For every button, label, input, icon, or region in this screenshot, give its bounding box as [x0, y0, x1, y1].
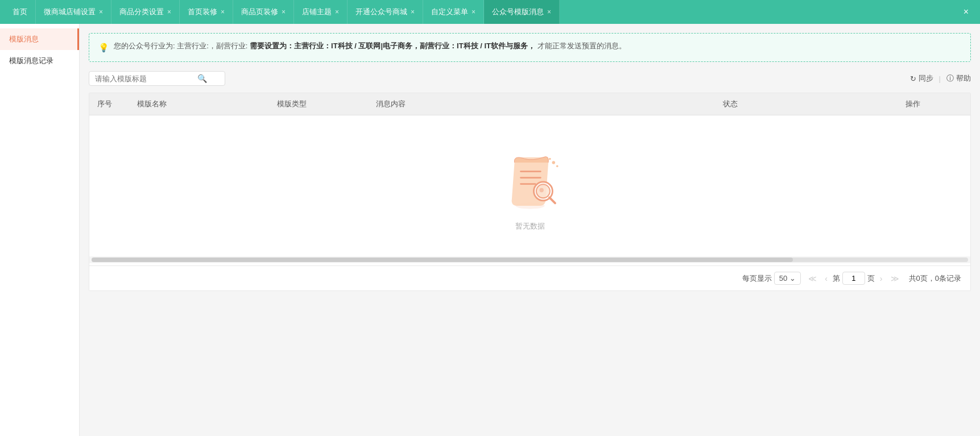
col-header-action: 操作 — [855, 93, 970, 115]
page-navigation: ≪ ‹ 第 页 › ≫ 共0页，0条记录 — [805, 272, 961, 285]
col-header-status: 状态 — [715, 93, 855, 115]
search-input[interactable] — [95, 74, 197, 83]
page-after-label: 页 — [867, 273, 875, 284]
nav-tab-template-msg[interactable]: 公众号模版消息 × — [484, 0, 560, 24]
svg-point-9 — [556, 165, 558, 168]
horizontal-scrollbar[interactable] — [89, 256, 970, 263]
page-size-select: 每页显示 50 ⌄ — [742, 272, 801, 285]
nav-tab-home[interactable]: 首页 — [5, 0, 36, 24]
sidebar: 模版消息 模版消息记录 — [0, 24, 80, 436]
search-icon[interactable]: 🔍 — [197, 74, 207, 83]
bulb-icon: 💡 — [98, 41, 109, 55]
sidebar-item-template-msg-record[interactable]: 模版消息记录 — [0, 50, 79, 72]
col-header-content: 消息内容 — [368, 93, 715, 115]
refresh-icon: ↻ — [910, 74, 916, 83]
alert-banner: 💡 您的公众号行业为: 主营行业:，副营行业: 需要设置为：主营行业：IT科技 … — [89, 33, 971, 62]
nav-tab-product-decor[interactable]: 商品页装修 × — [233, 0, 294, 24]
close-icon[interactable]: × — [99, 8, 103, 16]
nav-tab-store-theme[interactable]: 店铺主题 × — [294, 0, 348, 24]
scrollbar-track — [92, 258, 968, 262]
svg-point-7 — [539, 188, 543, 192]
pagination: 每页显示 50 ⌄ ≪ ‹ 第 页 › ≫ 共0页，0条记录 — [89, 265, 970, 290]
sync-button[interactable]: ↻ 同步 — [910, 73, 933, 84]
col-header-name: 模版名称 — [129, 93, 269, 115]
search-bar-area: 🔍 ↻ 同步 | ⓘ 帮助 — [89, 71, 971, 86]
nav-tab-open-mall[interactable]: 开通公众号商城 × — [348, 0, 423, 24]
empty-text: 暂无数据 — [515, 221, 545, 231]
page-before-label: 第 — [833, 273, 840, 284]
last-page-button[interactable]: ≫ — [888, 273, 902, 284]
close-icon[interactable]: × — [335, 8, 339, 16]
next-page-button[interactable]: › — [877, 273, 886, 284]
total-label: 共0页，0条记录 — [909, 273, 961, 284]
close-icon[interactable]: × — [221, 8, 225, 16]
content-area: 💡 您的公众号行业为: 主营行业:，副营行业: 需要设置为：主营行业：IT科技 … — [80, 24, 980, 436]
close-all-button[interactable]: × — [957, 7, 975, 17]
close-icon[interactable]: × — [411, 8, 415, 16]
data-table: 序号 模版名称 模版类型 消息内容 状态 操作 — [89, 93, 971, 291]
scrollbar-thumb[interactable] — [92, 258, 793, 262]
close-icon[interactable]: × — [282, 8, 286, 16]
close-icon[interactable]: × — [547, 8, 551, 16]
svg-line-6 — [549, 197, 555, 203]
svg-point-8 — [552, 161, 555, 164]
chevron-down-icon: ⌄ — [789, 274, 796, 283]
nav-tab-category-settings[interactable]: 商品分类设置 × — [111, 0, 180, 24]
svg-point-10 — [549, 158, 551, 160]
page-size-label: 每页显示 — [742, 273, 772, 284]
page-size-dropdown[interactable]: 50 ⌄ — [774, 272, 801, 285]
search-input-wrap: 🔍 — [89, 71, 225, 86]
toolbar-divider: | — [939, 74, 941, 83]
page-number-input[interactable] — [842, 272, 865, 285]
help-button[interactable]: ⓘ 帮助 — [946, 73, 971, 84]
first-page-button[interactable]: ≪ — [805, 273, 820, 284]
nav-tab-homepage-decor[interactable]: 首页装修 × — [180, 0, 233, 24]
col-header-seq: 序号 — [89, 93, 129, 115]
toolbar-right: ↻ 同步 | ⓘ 帮助 — [910, 73, 971, 84]
table-header: 序号 模版名称 模版类型 消息内容 状态 操作 — [89, 93, 970, 115]
col-header-type: 模版类型 — [269, 93, 368, 115]
nav-tab-custom-menu[interactable]: 自定义菜单 × — [423, 0, 484, 24]
sidebar-item-template-msg[interactable]: 模版消息 — [0, 28, 79, 50]
prev-page-button[interactable]: ‹ — [822, 273, 830, 284]
nav-tab-shop-settings[interactable]: 微商城店铺设置 × — [36, 0, 111, 24]
help-icon: ⓘ — [946, 73, 954, 84]
main-layout: 模版消息 模版消息记录 💡 您的公众号行业为: 主营行业:，副营行业: 需要设置… — [0, 24, 980, 436]
close-icon[interactable]: × — [472, 8, 475, 16]
close-icon[interactable]: × — [167, 8, 171, 16]
empty-state: 暂无数据 — [89, 115, 970, 254]
top-nav: 首页 微商城店铺设置 × 商品分类设置 × 首页装修 × 商品页装修 × 店铺主… — [0, 0, 980, 24]
empty-illustration — [499, 150, 561, 212]
